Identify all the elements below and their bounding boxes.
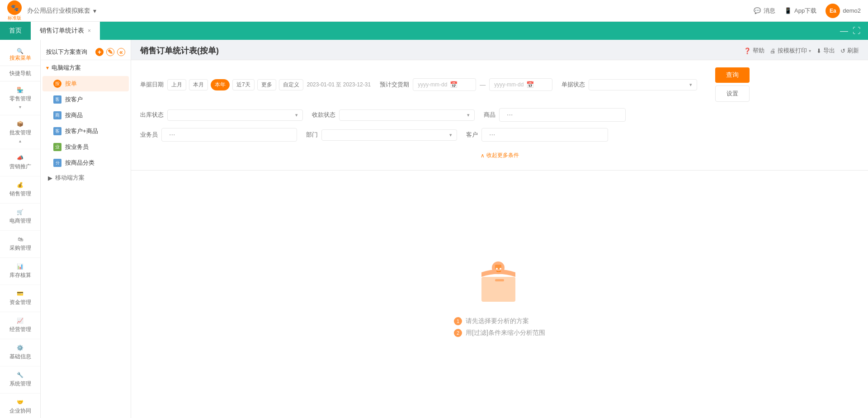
sidebar-quick-nav[interactable]: 快捷导航: [0, 66, 40, 81]
sidebar-item-basic[interactable]: ⚙️ 基础信息: [0, 339, 40, 366]
system-icon: 🔧: [17, 372, 24, 378]
goods-dots[interactable]: ···: [507, 111, 513, 119]
app-download-icon: 📱: [784, 7, 792, 14]
sidebar-item-finance[interactable]: 💳 资金管理: [0, 285, 40, 312]
template-print-label: 按模板打印: [778, 47, 807, 55]
sidebar-finance-label: 资金管理: [9, 299, 31, 306]
goods-label: 商品: [484, 111, 495, 119]
svg-point-5: [500, 268, 501, 270]
scheme-item-by-category[interactable]: 分 按商品分类: [42, 155, 129, 171]
empty-hint-1: 1 请先选择要分析的方案: [454, 317, 545, 325]
scheme-cat-icon: 分: [53, 159, 61, 167]
filter-goods-item: 商品 ···: [484, 108, 626, 122]
scheme-item-by-staff[interactable]: 业 按业务员: [42, 139, 129, 155]
empty-illustration: [472, 252, 527, 306]
staff-label: 业务员: [140, 131, 158, 139]
sidebar-item-retail[interactable]: 🏪 零售管理 ▾: [0, 81, 40, 115]
date-btn-last-month[interactable]: 上月: [167, 79, 186, 90]
left-panel: 按以下方案查询 + ✎ « ▾ 电脑端方案 按 按单 客 按客户: [41, 40, 131, 418]
status-select[interactable]: ▾: [589, 79, 697, 90]
export-btn[interactable]: ⬇ 导出: [816, 47, 835, 55]
sidebar-item-marketing[interactable]: 📣 营销推广: [0, 149, 40, 176]
filter-row-1: 单据日期 上月 本月 本年 近7天 更多 自定义 2023-01-01 至 20…: [140, 67, 859, 102]
staff-dots[interactable]: ···: [169, 131, 175, 139]
scheme-customer-icon: 客: [53, 95, 61, 104]
enterprise-icon: 🤝: [17, 399, 24, 405]
scheme-item-by-order[interactable]: 按 按单: [42, 76, 129, 91]
calendar-icon-end: 📅: [526, 81, 534, 88]
add-scheme-btn[interactable]: +: [95, 48, 104, 56]
sidebar-item-inventory[interactable]: 📊 库存核算: [0, 258, 40, 285]
marketing-icon: 📣: [17, 155, 24, 161]
staff-select[interactable]: ···: [161, 128, 297, 142]
sidebar-item-system[interactable]: 🔧 系统管理: [0, 366, 40, 394]
sidebar-item-ecommerce[interactable]: 🛒 电商管理: [0, 204, 40, 231]
date-btn-custom[interactable]: 自定义: [279, 79, 303, 90]
template-print-btn[interactable]: 🖨 按模板打印 ▾: [770, 47, 811, 55]
date-label: 单据日期: [140, 81, 164, 89]
customer-select[interactable]: ···: [481, 128, 608, 142]
scheme-item-by-customer[interactable]: 客 按客户: [42, 92, 129, 107]
sidebar-item-purchase[interactable]: 🛍 采购管理: [0, 231, 40, 258]
customer-dots[interactable]: ···: [489, 131, 495, 139]
left-panel-actions: + ✎ «: [95, 48, 125, 56]
date-btn-more[interactable]: 更多: [257, 79, 276, 90]
setting-btn[interactable]: 设置: [715, 86, 750, 102]
collapse-label: 收起更多条件: [486, 152, 519, 159]
logo[interactable]: 🐾 标准版: [7, 0, 22, 21]
app-download-btn[interactable]: 📱 App下载: [784, 7, 816, 15]
avatar: Ea: [826, 4, 840, 18]
goods-select[interactable]: ···: [499, 108, 626, 122]
scheme-item-by-goods[interactable]: 商 按商品: [42, 108, 129, 123]
date-placeholder-end: yyyy-mm-dd: [494, 81, 524, 88]
hint-text-2: 用[过滤]条件来缩小分析范围: [466, 329, 545, 337]
ecommerce-icon: 🛒: [17, 209, 24, 215]
expected-date-start[interactable]: yyyy-mm-dd 📅: [413, 78, 476, 91]
help-btn[interactable]: ❓ 帮助: [744, 47, 764, 55]
receipt-status-select[interactable]: ▾: [339, 109, 475, 121]
expected-date-end[interactable]: yyyy-mm-dd 📅: [489, 78, 552, 91]
scheme-goods-label: 按商品: [65, 111, 83, 119]
edit-scheme-btn[interactable]: ✎: [106, 48, 114, 56]
scheme-cat-label: 按商品分类: [65, 159, 94, 167]
scheme-item-by-customer-goods[interactable]: 客 按客户+商品: [42, 124, 129, 139]
empty-hints: 1 请先选择要分析的方案 2 用[过滤]条件来缩小分析范围: [454, 317, 545, 337]
topbar-left: 🐾 标准版 办公用品行业模拟账套 ▾: [7, 0, 96, 21]
sidebar-item-sales[interactable]: 💰 销售管理: [0, 176, 40, 204]
sidebar-item-wholesale[interactable]: 📦 批发管理 ▴: [0, 115, 40, 149]
message-btn[interactable]: 💬 消息: [754, 7, 775, 15]
sidebar-item-operations[interactable]: 📈 经营管理: [0, 312, 40, 339]
window-minimize-btn[interactable]: —: [840, 26, 848, 36]
hint-text-1: 请先选择要分析的方案: [466, 317, 529, 325]
page-selector-arrow[interactable]: ▾: [93, 7, 96, 14]
date-btn-7days[interactable]: 近7天: [232, 79, 255, 90]
scheme-cg-icon: 客: [53, 127, 61, 135]
mobile-scheme-header[interactable]: ▶ 移动端方案: [41, 171, 131, 185]
desktop-scheme-header[interactable]: ▾ 电脑端方案: [41, 60, 131, 76]
dept-arrow: ▾: [449, 132, 452, 138]
logo-text: 标准版: [8, 15, 21, 21]
refresh-btn[interactable]: ↺ 刷新: [840, 47, 859, 55]
date-btn-this-month[interactable]: 本月: [189, 79, 208, 90]
page-selector[interactable]: 办公用品行业模拟账套 ▾: [27, 7, 96, 15]
window-maximize-btn[interactable]: ⛶: [853, 26, 861, 36]
sidebar-search[interactable]: 🔍 搜索菜单: [0, 44, 40, 66]
collapse-panel-btn[interactable]: «: [117, 48, 125, 56]
retail-icon: 🏪: [17, 87, 24, 93]
status-label: 单据状态: [561, 81, 585, 89]
query-btn[interactable]: 查询: [715, 67, 750, 83]
collapse-bar[interactable]: ∧ 收起更多条件: [140, 148, 859, 163]
date-btn-this-year[interactable]: 本年: [211, 79, 230, 90]
dept-select[interactable]: ▾: [321, 129, 457, 141]
tab-close-btn[interactable]: ×: [88, 28, 91, 34]
tab-home[interactable]: 首页: [0, 22, 31, 40]
filter-staff-item: 业务员 ···: [140, 128, 297, 142]
empty-svg: [472, 252, 527, 306]
ship-status-select[interactable]: ▾: [167, 109, 303, 121]
sidebar-purchase-label: 采购管理: [9, 244, 31, 252]
sidebar-quick-label: 快捷导航: [5, 70, 36, 77]
user-menu[interactable]: Ea demo2: [826, 4, 861, 18]
tab-sales-stats[interactable]: 销售订单统计表 ×: [31, 22, 100, 40]
receipt-status-arrow: ▾: [467, 112, 470, 118]
sidebar-item-enterprise[interactable]: 🤝 企业协同: [0, 394, 40, 418]
